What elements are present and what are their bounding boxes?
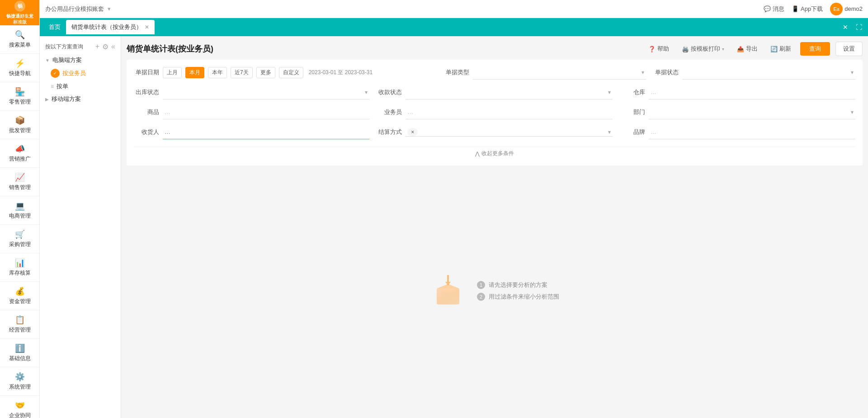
help-button[interactable]: ❓ 帮助 xyxy=(645,43,673,55)
collapse-label: 收起更多条件 xyxy=(481,150,514,157)
ship-status-select[interactable]: ▾ xyxy=(163,85,369,100)
sidebar-item-operation[interactable]: 📋 经营管理 xyxy=(0,310,40,339)
sidebar-item-shortcut[interactable]: ⚡ 快捷导航 xyxy=(0,54,40,82)
settings-button[interactable]: 设置 xyxy=(835,42,863,56)
empty-state-content: 1 请先选择要分析的方案 2 用过滤条件来缩小分析范围 xyxy=(430,273,559,309)
sidebar-item-label: 库存核算 xyxy=(9,269,31,277)
tree-item-label: 电脑端方案 xyxy=(52,56,82,64)
receiver-input[interactable] xyxy=(163,125,369,139)
payment-tag-close[interactable]: × xyxy=(411,129,414,135)
dept-select[interactable]: ▾ xyxy=(649,105,855,119)
avatar-text: Ea xyxy=(834,6,840,12)
topbar-right: 💬 消息 📱 App下载 Ea demo2 xyxy=(764,3,863,15)
date-filter: 单据日期 上月 本月 本年 近7天 更多 自定义 2023-03-01 至 20… xyxy=(134,67,437,78)
sidebar-item-label: 销售管理 xyxy=(9,184,31,191)
svg-marker-6 xyxy=(445,275,451,285)
sidebar-item-purchase[interactable]: 🛒 采购管理 xyxy=(0,225,40,253)
doc-type-dropdown-icon: ▾ xyxy=(642,69,644,76)
salesman-input[interactable] xyxy=(406,105,612,119)
sidebar-item-wholesale[interactable]: 📦 批发管理 xyxy=(0,111,40,139)
tab-close-icon[interactable]: ✕ xyxy=(145,24,149,30)
doc-status-select[interactable]: ▾ xyxy=(682,65,855,80)
download-icon: 📱 xyxy=(792,5,799,12)
sidebar-item-finance[interactable]: 💰 资金管理 xyxy=(0,282,40,310)
print-button[interactable]: 🖨️ 按模板打印 ▾ xyxy=(678,43,728,55)
goods-input[interactable] xyxy=(163,105,369,119)
tree-item-by-order[interactable]: ≡ 按单 xyxy=(40,80,121,93)
date-this-month-button[interactable]: 本月 xyxy=(185,67,204,78)
message-label: 消息 xyxy=(773,5,784,13)
tab-close-all-button[interactable]: ✕ xyxy=(840,22,851,33)
tree-item-pc[interactable]: ▼ 电脑端方案 xyxy=(40,54,121,66)
pay-status-select[interactable]: ▾ xyxy=(406,85,612,100)
warehouse-input[interactable] xyxy=(649,85,855,100)
tip-num-1: 1 xyxy=(477,281,485,289)
sidebar-item-label: 搜索菜单 xyxy=(9,41,31,49)
tab-sales-stat[interactable]: 销货单统计表（按业务员） ✕ xyxy=(66,20,155,34)
collapse-panel-button[interactable]: « xyxy=(111,43,115,51)
left-panel: 按以下方案查询 + ⚙ « ▼ 电脑端方案 ✓ 按业务员 ≡ 按单 xyxy=(40,36,121,418)
tab-home-label: 首页 xyxy=(49,23,61,31)
sidebar-item-label: 快捷导航 xyxy=(9,70,31,77)
refresh-icon: 🔄 xyxy=(770,46,778,52)
user-avatar: Ea xyxy=(830,3,843,15)
tab-expand-button[interactable]: ⛶ xyxy=(854,22,864,33)
sidebar-item-retail[interactable]: 🏪 零售管理 xyxy=(0,82,40,111)
doc-type-select[interactable]: ▾ xyxy=(473,65,646,80)
breadcrumb-text: 办公用品行业模拟账套 xyxy=(45,5,104,13)
settings-scheme-button[interactable]: ⚙ xyxy=(102,43,108,51)
payment-filter: 结算方式 × ▾ xyxy=(377,128,612,137)
user-menu[interactable]: Ea demo2 xyxy=(830,3,863,15)
refresh-label: 刷新 xyxy=(779,45,791,53)
left-panel-title: 按以下方案查询 xyxy=(45,43,83,51)
sidebar-item-sales[interactable]: 📈 销售管理 xyxy=(0,168,40,196)
refresh-button[interactable]: 🔄 刷新 xyxy=(767,43,795,55)
date-more-button[interactable]: 更多 xyxy=(256,67,275,78)
sidebar-item-system[interactable]: ⚙️ 系统管理 xyxy=(0,367,40,396)
export-button[interactable]: 📤 导出 xyxy=(733,43,761,55)
tip-text-2: 用过滤条件来缩小分析范围 xyxy=(489,293,559,301)
doc-status-dropdown-icon: ▾ xyxy=(851,69,854,76)
app-name: 畅捷通好生意 xyxy=(6,13,33,19)
page-title: 销货单统计表(按业务员) xyxy=(127,43,213,54)
sidebar-item-search[interactable]: 🔍 搜索菜单 xyxy=(0,25,40,54)
sidebar-item-ecommerce[interactable]: 💻 电商管理 xyxy=(0,196,40,225)
app-sub: 标准版 xyxy=(13,19,27,25)
tree-item-mobile[interactable]: ▶ 移动端方案 xyxy=(40,93,121,105)
sidebar-item-inventory[interactable]: 📊 库存核算 xyxy=(0,253,40,282)
date-last7days-button[interactable]: 近7天 xyxy=(231,67,253,78)
retail-icon: 🏪 xyxy=(15,87,25,97)
sidebar-item-label: 采购管理 xyxy=(9,241,31,248)
app-download-button[interactable]: 📱 App下载 xyxy=(792,5,823,13)
brand-input[interactable] xyxy=(649,125,855,139)
tab-home[interactable]: 首页 xyxy=(43,20,66,34)
date-last-month-button[interactable]: 上月 xyxy=(163,67,182,78)
shortcut-icon: ⚡ xyxy=(15,58,25,68)
dept-filter: 部门 ▾ xyxy=(620,105,855,119)
filter-row-3: 商品 业务员 部门 ▾ xyxy=(134,105,855,119)
sidebar-item-enterprise[interactable]: 🤝 企业协同 xyxy=(0,396,40,418)
warehouse-filter: 仓库 xyxy=(620,85,855,100)
sidebar: 畅 畅捷通好生意 标准版 🔍 搜索菜单 ⚡ 快捷导航 🏪 零售管理 📦 批发管理… xyxy=(0,0,40,418)
query-button[interactable]: 查询 xyxy=(800,42,830,56)
right-panel: 销货单统计表(按业务员) ❓ 帮助 🖨️ 按模板打印 ▾ 📤 导出 xyxy=(121,36,868,418)
system-icon: ⚙️ xyxy=(15,372,25,382)
breadcrumb-dropdown-icon[interactable]: ▾ xyxy=(108,5,111,12)
receiver-filter: 收货人 xyxy=(134,125,369,139)
goods-label: 商品 xyxy=(134,108,159,116)
date-range-text: 2023-03-01 至 2023-03-31 xyxy=(309,69,373,76)
sidebar-item-marketing[interactable]: 📣 营销推广 xyxy=(0,139,40,168)
empty-illustration xyxy=(430,273,466,309)
message-button[interactable]: 💬 消息 xyxy=(764,5,784,13)
date-this-year-button[interactable]: 本年 xyxy=(208,67,227,78)
ecommerce-icon: 💻 xyxy=(15,201,25,211)
tree-item-by-salesman[interactable]: ✓ 按业务员 xyxy=(40,66,121,80)
collapse-filters-button[interactable]: ⋀ 收起更多条件 xyxy=(134,147,855,160)
sidebar-item-label: 电商管理 xyxy=(9,212,31,220)
date-custom-button[interactable]: 自定义 xyxy=(279,67,303,78)
add-scheme-button[interactable]: + xyxy=(95,43,99,51)
sidebar-item-label: 企业协同 xyxy=(9,412,31,418)
sidebar-item-basic[interactable]: ℹ️ 基础信息 xyxy=(0,339,40,367)
wholesale-icon: 📦 xyxy=(15,115,25,125)
filter-area: 单据日期 上月 本月 本年 近7天 更多 自定义 2023-03-01 至 20… xyxy=(127,60,863,166)
